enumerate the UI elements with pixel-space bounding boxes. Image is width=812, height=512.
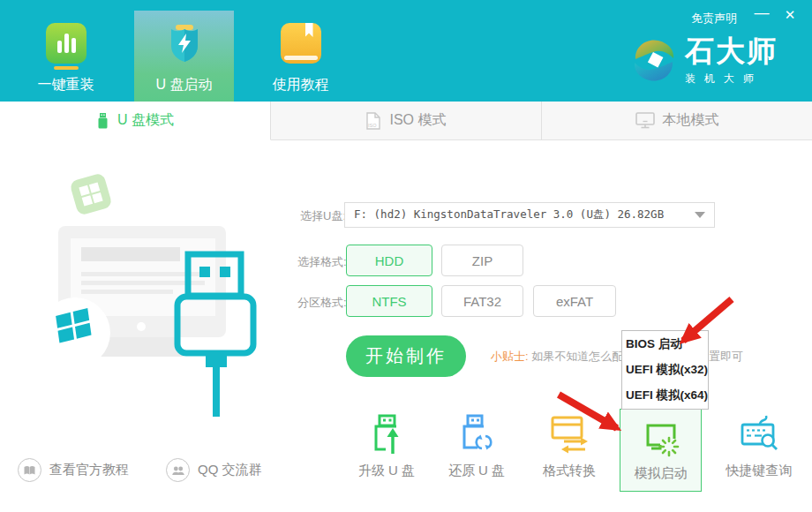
iso-file-icon: ISO	[365, 112, 381, 130]
main-tab-usb-boot[interactable]: U 盘启动	[134, 11, 234, 102]
tool-format-convert[interactable]: 格式转换	[530, 411, 609, 491]
windows-chip-icon	[69, 172, 112, 215]
main-tab-tutorial[interactable]: 使用教程	[251, 11, 350, 102]
start-make-button[interactable]: 开始制作	[346, 335, 466, 377]
usb-drive-select[interactable]: F: (hd2) KingstonDataTraveler 3.0 (U盘) 2…	[344, 202, 715, 228]
main-tab-onekey-reinstall[interactable]: 一键重装	[16, 11, 116, 102]
tool-label: 模拟启动	[635, 465, 688, 482]
mode-tab-local[interactable]: 本地模式	[542, 102, 812, 140]
tool-label: 还原 U 盘	[448, 463, 505, 479]
book-icon	[281, 23, 321, 64]
usb-stick-icon	[96, 113, 109, 129]
brand-subtitle: 装机大师	[685, 72, 778, 87]
boot-menu-item-uefi-x64[interactable]: UEFI 模拟(x64)	[622, 383, 708, 409]
mode-tab-label: U 盘模式	[117, 111, 174, 130]
monitor-icon	[635, 112, 655, 129]
mode-tab-bar: U 盘模式 ISO ISO 模式 本地模式	[0, 102, 812, 140]
chevron-down-icon	[695, 212, 705, 218]
tool-label: 快捷键查询	[726, 463, 793, 479]
tool-hotkey-lookup[interactable]: 快捷键查询	[718, 411, 801, 491]
main-tab-label: U 盘启动	[156, 76, 213, 94]
boot-mode-menu: BIOS 启动 UEFI 模拟(x32) UEFI 模拟(x64)	[621, 330, 709, 410]
qq-group-link[interactable]: QQ 交流群	[166, 458, 262, 482]
boot-menu-item-uefi-x32[interactable]: UEFI 模拟(x32)	[622, 357, 708, 382]
boot-menu-item-bios[interactable]: BIOS 启动	[622, 331, 708, 357]
title-bar: 一键重装 U 盘启动 使用教程 免责声明 — ✕	[0, 0, 812, 102]
mode-tab-iso[interactable]: ISO ISO 模式	[271, 102, 542, 140]
open-book-icon	[18, 458, 41, 482]
tool-restore-usb[interactable]: 还原 U 盘	[437, 411, 516, 491]
usb-illustration	[0, 139, 300, 512]
tool-upgrade-usb[interactable]: 升级 U 盘	[347, 411, 426, 491]
official-tutorial-label: 查看官方教程	[49, 462, 129, 478]
brand-name: 石大师	[685, 35, 778, 67]
partition-label: 分区格式:	[297, 295, 347, 311]
bar-chart-icon	[46, 23, 86, 64]
official-tutorial-link[interactable]: 查看官方教程	[18, 458, 129, 482]
tip-text-tail: 置即可	[709, 349, 743, 365]
brand-logo: 石大师 装机大师	[630, 35, 778, 87]
shield-lightning-icon	[164, 23, 205, 64]
tool-simulate-boot[interactable]: 模拟启动	[620, 409, 702, 492]
tool-label: 升级 U 盘	[358, 463, 415, 479]
tool-label: 格式转换	[543, 463, 596, 479]
partition-option-exfat[interactable]: exFAT	[533, 285, 616, 317]
main-tab-label: 使用教程	[273, 76, 329, 94]
restore-usb-icon	[456, 411, 497, 456]
usb-select-label: 选择U盘:	[300, 208, 346, 224]
partition-option-fat32[interactable]: FAT32	[441, 285, 523, 317]
format-label: 选择格式:	[297, 254, 347, 270]
mode-tab-label: ISO 模式	[389, 111, 446, 130]
svg-text:ISO: ISO	[368, 122, 377, 127]
brand-swirl-icon	[630, 35, 678, 87]
mode-tab-label: 本地模式	[663, 111, 719, 130]
disclaimer-link[interactable]: 免责声明	[691, 11, 737, 26]
minimize-button[interactable]: —	[752, 4, 771, 22]
upgrade-usb-icon	[366, 411, 407, 456]
tip-text: 小贴士: 如果不知道怎么配	[491, 349, 623, 365]
partition-option-ntfs[interactable]: NTFS	[346, 285, 432, 317]
format-option-zip[interactable]: ZIP	[441, 245, 523, 276]
hotkey-search-icon	[739, 411, 779, 456]
simulate-boot-icon	[641, 419, 681, 460]
main-tab-label: 一键重装	[38, 76, 94, 94]
qq-group-label: QQ 交流群	[198, 462, 262, 478]
format-option-hdd[interactable]: HDD	[346, 245, 432, 276]
app-window: 一键重装 U 盘启动 使用教程 免责声明 — ✕	[0, 0, 812, 512]
format-convert-icon	[549, 411, 590, 456]
tip-label: 小贴士:	[491, 350, 529, 363]
close-button[interactable]: ✕	[780, 7, 800, 23]
mode-tab-usb[interactable]: U 盘模式	[0, 102, 271, 140]
usb-drive-value: F: (hd2) KingstonDataTraveler 3.0 (U盘) 2…	[354, 207, 695, 222]
people-icon	[166, 458, 190, 482]
